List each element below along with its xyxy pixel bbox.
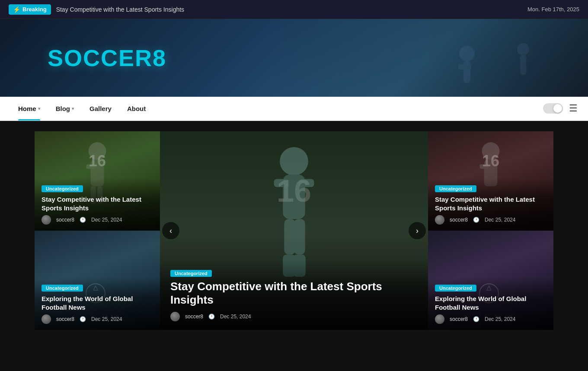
breaking-text: Stay Competitive with the Latest Sports …: [56, 6, 184, 13]
svg-rect-16: [284, 219, 295, 254]
svg-point-20: [482, 142, 500, 160]
title-center: Stay Competitive with the Latest Sports …: [170, 280, 418, 307]
meta-top-left: soccer8 🕐 Dec 25, 2024: [42, 215, 153, 225]
toggle-knob: [553, 104, 562, 113]
card-bottom-right-overlay: Uncategorized Exploring the World of Glo…: [428, 278, 553, 330]
author-bottom-right: soccer8: [450, 316, 468, 322]
date-center: Dec 25, 2024: [220, 314, 251, 320]
carousel-next-button[interactable]: ›: [409, 222, 426, 239]
left-column: 16 Uncategorized Stay Competitive with t…: [35, 131, 160, 330]
author-bottom-left: soccer8: [56, 316, 74, 322]
clock-icon-tr: 🕐: [473, 217, 479, 223]
card-center[interactable]: 16 Uncategorized Stay Competitive with t…: [160, 131, 428, 330]
card-top-right-overlay: Uncategorized Stay Competitive with the …: [428, 178, 553, 231]
breaking-left: ⚡ Breaking Stay Competitive with the Lat…: [9, 4, 184, 15]
clock-icon-bl: 🕐: [80, 316, 86, 322]
theme-toggle[interactable]: [543, 103, 563, 114]
card-bottom-left[interactable]: Uncategorized Exploring the World of Glo…: [35, 231, 160, 330]
nav-about[interactable]: About: [119, 96, 153, 120]
svg-rect-2: [458, 64, 471, 70]
logo-text: SOCCER8: [48, 46, 166, 70]
breaking-label: Breaking: [22, 6, 47, 13]
blog-arrow-icon: ▾: [72, 106, 74, 111]
avatar-top-right: [435, 215, 444, 225]
meta-bottom-left: soccer8 🕐 Dec 25, 2024: [42, 314, 153, 324]
right-column: 16 Uncategorized Stay Competitive with t…: [428, 131, 553, 330]
hero-header: SOCCER8: [0, 19, 588, 97]
svg-rect-22: [479, 164, 488, 168]
nav-controls: ☰: [543, 103, 578, 114]
svg-point-3: [517, 43, 529, 55]
date-bottom-left: Dec 25, 2024: [91, 316, 122, 322]
clock-icon-c: 🕐: [208, 314, 215, 320]
title-top-right: Stay Competitive with the Latest Sports …: [435, 195, 546, 212]
card-bottom-right[interactable]: Uncategorized Exploring the World of Glo…: [428, 231, 553, 330]
site-logo[interactable]: SOCCER8: [48, 46, 166, 70]
breaking-bar: ⚡ Breaking Stay Competitive with the Lat…: [0, 0, 588, 19]
meta-bottom-right: soccer8 🕐 Dec 25, 2024: [435, 314, 546, 324]
svg-rect-14: [274, 179, 290, 187]
badge-top-right: Uncategorized: [435, 185, 476, 192]
carousel-section: 16 Uncategorized Stay Competitive with t…: [0, 121, 588, 340]
carousel-prev-button[interactable]: ‹: [162, 222, 179, 239]
center-overlay: Uncategorized Stay Competitive with the …: [160, 260, 428, 330]
card-top-left[interactable]: 16 Uncategorized Stay Competitive with t…: [35, 131, 160, 231]
bolt-icon: ⚡: [13, 6, 20, 13]
avatar-top-left: [42, 215, 51, 225]
svg-rect-7: [86, 164, 95, 168]
title-top-left: Stay Competitive with the Latest Sports …: [42, 195, 153, 212]
author-top-right: soccer8: [450, 217, 468, 223]
date-bottom-right: Dec 25, 2024: [485, 316, 515, 322]
title-bottom-left: Exploring the World of Global Football N…: [42, 295, 153, 311]
badge-center: Uncategorized: [170, 270, 212, 277]
date-top-right: Dec 25, 2024: [485, 217, 515, 223]
breaking-date: Mon. Feb 17th, 2025: [527, 6, 579, 13]
badge-bottom-left: Uncategorized: [42, 285, 83, 292]
nav-home[interactable]: Home ▾: [10, 96, 48, 120]
svg-point-0: [459, 46, 475, 61]
svg-point-5: [89, 142, 106, 160]
svg-rect-17: [294, 219, 305, 254]
card-top-left-overlay: Uncategorized Stay Competitive with the …: [35, 178, 160, 231]
home-arrow-icon: ▾: [38, 106, 40, 111]
main-nav: Home ▾ Blog ▾ Gallery About ☰: [0, 97, 588, 121]
badge-bottom-right: Uncategorized: [435, 285, 476, 292]
hamburger-icon[interactable]: ☰: [569, 103, 578, 114]
nav-blog[interactable]: Blog ▾: [48, 96, 82, 120]
svg-rect-15: [298, 179, 314, 187]
svg-rect-4: [520, 55, 526, 75]
avatar-center: [170, 312, 180, 321]
badge-top-left: Uncategorized: [42, 185, 83, 192]
clock-icon-br: 🕐: [473, 316, 479, 322]
meta-top-right: soccer8 🕐 Dec 25, 2024: [435, 215, 546, 225]
meta-center: soccer8 🕐 Dec 25, 2024: [170, 312, 418, 321]
card-bottom-left-overlay: Uncategorized Exploring the World of Glo…: [35, 278, 160, 330]
nav-links: Home ▾ Blog ▾ Gallery About: [10, 96, 153, 120]
nav-gallery[interactable]: Gallery: [82, 96, 119, 120]
title-bottom-right: Exploring the World of Global Football N…: [435, 295, 546, 311]
author-top-left: soccer8: [56, 217, 74, 223]
card-top-right[interactable]: 16 Uncategorized Stay Competitive with t…: [428, 131, 553, 231]
svg-rect-1: [463, 61, 470, 83]
clock-icon-tl: 🕐: [80, 217, 86, 223]
author-center: soccer8: [185, 314, 203, 320]
svg-point-12: [280, 147, 308, 175]
carousel-grid: 16 Uncategorized Stay Competitive with t…: [35, 131, 553, 330]
breaking-badge: ⚡ Breaking: [9, 4, 51, 15]
date-top-left: Dec 25, 2024: [91, 217, 122, 223]
avatar-bottom-left: [42, 314, 51, 324]
avatar-bottom-right: [435, 314, 444, 324]
